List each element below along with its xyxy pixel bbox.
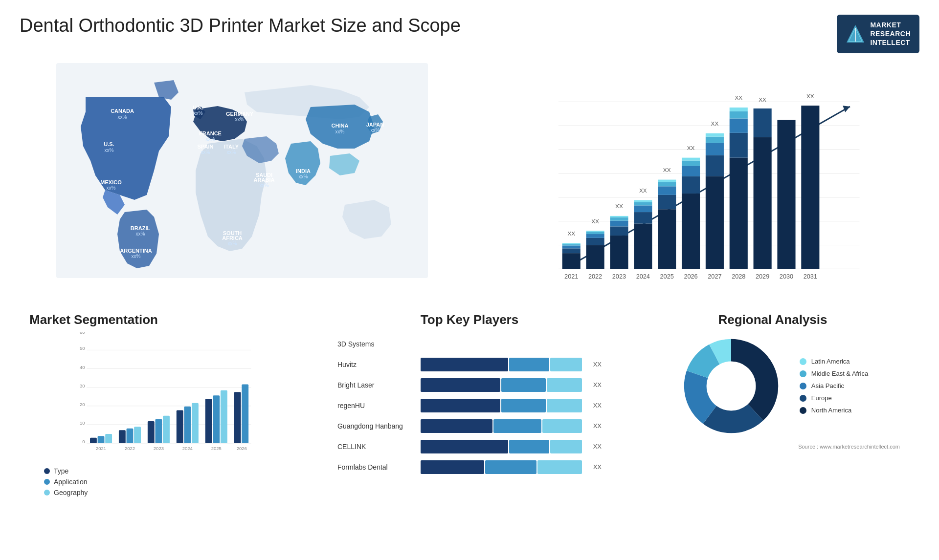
svg-rect-64 [634,223,652,269]
svg-text:xx%: xx% [260,183,269,188]
svg-text:SPAIN: SPAIN [198,144,214,150]
svg-text:CANADA: CANADA [111,108,134,114]
svg-rect-95 [754,108,772,137]
legend-geo-dot [44,490,50,495]
svg-text:2028: 2028 [732,273,745,280]
svg-rect-129 [127,428,134,443]
svg-rect-71 [658,194,676,209]
segmentation-legend: Type Application Geography [29,467,303,496]
svg-rect-98 [801,106,819,269]
legend-type-label: Type [54,467,68,475]
legend-mea-label: Middle East & Africa [811,370,868,377]
player-name: Formlabs Dental [337,463,416,471]
segmentation-title: Market Segmentation [29,312,303,327]
legend-app-dot [44,479,50,485]
svg-text:ITALY: ITALY [224,144,239,150]
player-name: Guangdong Hanbang [337,422,416,430]
svg-rect-49 [562,244,581,245]
svg-rect-46 [562,253,581,269]
svg-text:xx%: xx% [335,129,345,134]
svg-text:XX: XX [639,187,647,194]
svg-text:60: 60 [80,332,85,335]
svg-rect-58 [610,236,628,269]
svg-rect-65 [634,212,652,223]
svg-rect-82 [706,176,724,269]
svg-rect-74 [658,179,676,182]
segmentation-chart: 0 10 20 30 40 50 60 [29,332,303,459]
player-value: XX [587,381,602,388]
svg-text:xx%: xx% [107,185,116,191]
bar-segment-light [550,358,582,371]
legend-latin-america-label: Latin America [811,358,850,365]
svg-text:2024: 2024 [636,273,650,280]
legend-europe: Europe [800,394,868,402]
svg-rect-142 [221,390,227,443]
svg-rect-132 [148,421,155,443]
svg-rect-134 [163,415,170,443]
player-row: CELLINK XX [337,440,602,453]
svg-rect-62 [610,215,628,217]
svg-rect-83 [706,155,724,176]
donut-chart-area: Latin America Middle East & Africa Asia … [636,332,910,440]
market-size-chart: XX XX XX XX [484,87,919,298]
player-row: Huvitz XX [337,358,602,371]
svg-rect-52 [586,245,604,269]
svg-text:2025: 2025 [211,445,222,451]
legend-north-america: North America [800,407,868,414]
player-name: regenHU [337,402,416,409]
svg-rect-77 [682,176,700,193]
svg-rect-94 [754,137,772,269]
player-bar-wrap [421,337,582,351]
svg-text:ARGENTINA: ARGENTINA [120,248,152,254]
player-name: 3D Systems [337,340,416,348]
source-text: Source : www.marketresearchintellect.com [636,444,910,450]
svg-text:2030: 2030 [780,273,793,280]
market-segmentation-section: Market Segmentation 0 10 20 30 40 50 60 [20,307,313,560]
player-name: Huvitz [337,361,416,368]
legend-type: Type [44,467,303,475]
svg-text:U.K.: U.K. [193,105,203,110]
player-bar-wrap [421,378,582,392]
logo-icon [846,24,865,43]
player-row: regenHU XX [337,399,602,412]
svg-text:0: 0 [82,439,85,444]
svg-text:xx%: xx% [105,148,114,153]
player-name: CELLINK [337,443,416,451]
svg-rect-48 [562,245,581,248]
svg-text:xx%: xx% [228,241,237,246]
svg-text:2029: 2029 [756,273,769,280]
svg-text:2031: 2031 [804,273,817,280]
donut-chart [677,332,785,440]
svg-text:2026: 2026 [684,273,697,280]
svg-text:JAPAN: JAPAN [366,122,384,128]
svg-text:XX: XX [591,217,599,224]
svg-text:30: 30 [80,383,85,388]
logo-text: MARKET RESEARCH INTELLECT [870,21,911,47]
svg-text:xx%: xx% [118,114,127,120]
svg-rect-144 [234,392,241,443]
svg-rect-92 [730,108,748,111]
svg-point-153 [709,364,754,409]
svg-text:XX: XX [687,145,695,151]
svg-text:2024: 2024 [182,445,193,451]
svg-rect-50 [562,243,581,244]
svg-rect-85 [706,136,724,143]
key-players-section: Top Key Players 3D Systems Huvitz XX Bri [323,307,616,560]
svg-text:xx%: xx% [227,150,236,155]
legend-geo-label: Geography [54,489,88,496]
svg-rect-56 [586,231,604,232]
svg-rect-126 [105,434,112,443]
svg-rect-78 [682,166,700,176]
player-value: XX [587,463,602,471]
svg-rect-88 [730,157,748,269]
svg-text:10: 10 [80,420,85,425]
svg-text:2022: 2022 [588,273,602,280]
svg-text:U.S.: U.S. [104,141,114,147]
svg-rect-128 [119,430,126,443]
players-title: Top Key Players [337,312,602,327]
svg-rect-89 [730,132,748,157]
svg-text:40: 40 [80,364,85,369]
legend-type-dot [44,468,50,474]
svg-text:2025: 2025 [660,273,674,280]
bar-segment-mid [509,358,549,371]
